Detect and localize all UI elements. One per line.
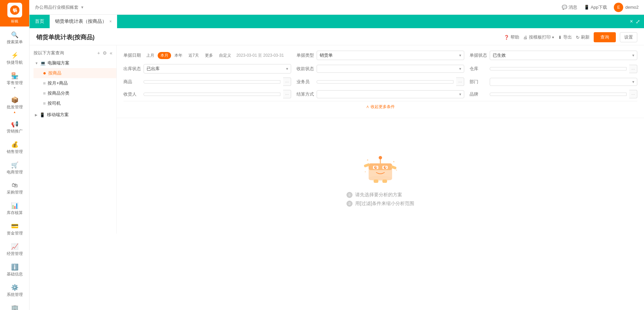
- doc-type-arrow: ▾: [459, 53, 461, 58]
- close-window-icon[interactable]: ×: [630, 18, 633, 24]
- sidebar-item-ecommerce[interactable]: 🛒 电商管理: [0, 158, 29, 178]
- goods-dots-btn[interactable]: ···: [283, 78, 291, 86]
- out-status-value: 已出库: [147, 66, 160, 72]
- sidebar-nav: 🔍 搜索菜单 ⚡ 快捷导航 🏪 零售管理 ▾ 📦 批发管理 ▴ 📢 营销推广 💰…: [0, 27, 29, 310]
- doc-type-label: 单据类型: [297, 52, 314, 58]
- header-right: 💬 消息 📱 App下载 E demo2: [562, 3, 639, 12]
- brand-label: 品牌: [470, 91, 487, 97]
- panel-header: 按以下方案查询 + ⚙ «: [30, 48, 116, 58]
- sidebar-item-quicknav-label: 快捷导航: [7, 60, 23, 65]
- message-label: 消息: [569, 4, 577, 10]
- app-download-button[interactable]: 📱 App下载: [584, 4, 607, 10]
- svg-point-10: [385, 166, 386, 168]
- add-scheme-icon[interactable]: +: [97, 50, 100, 56]
- mobile-arrow[interactable]: ▶: [35, 113, 38, 117]
- logo-area[interactable]: 畅 标账: [0, 0, 29, 27]
- svg-point-9: [375, 166, 377, 168]
- tab-active[interactable]: 销货单统计表（按商品） ×: [50, 15, 117, 28]
- date-curr-btn[interactable]: 本月: [158, 52, 171, 59]
- refresh-icon: ↻: [576, 35, 580, 40]
- goods-input[interactable]: [144, 80, 280, 84]
- collapse-bar[interactable]: ∧ 收起更多条件: [123, 101, 637, 112]
- date-7days-btn[interactable]: 近7天: [186, 52, 202, 59]
- date-year-btn[interactable]: 本年: [172, 52, 185, 59]
- doc-type-filter: 单据类型 销货单 ▾: [297, 51, 464, 60]
- date-custom-btn[interactable]: 自定义: [216, 52, 234, 59]
- refresh-button[interactable]: ↻ 刷新: [576, 34, 590, 40]
- scheme-item-goods-category[interactable]: ≡ 按商品分类: [34, 88, 116, 98]
- scheme-settings-icon[interactable]: ⚙: [103, 50, 107, 56]
- svg-point-20: [396, 170, 397, 171]
- recipient-dots-btn[interactable]: ···: [283, 90, 291, 98]
- receipt-status-arrow: ▾: [459, 66, 461, 71]
- settle-select[interactable]: ▾: [317, 90, 464, 98]
- date-prev-btn[interactable]: 上月: [144, 52, 157, 59]
- brand-filter: 品牌 ···: [470, 90, 637, 98]
- desktop-arrow[interactable]: ▼: [35, 61, 38, 65]
- sidebar-item-enterprise[interactable]: 🏢 企业协同: [0, 301, 29, 310]
- warehouse-dots-btn[interactable]: ···: [629, 65, 637, 73]
- out-status-filter: 出库状态 已出库 ▾: [123, 64, 291, 73]
- sidebar-item-ecommerce-label: 电商管理: [7, 169, 23, 175]
- empty-tips: ① 请先选择要分析的方案 ② 用[过滤]条件来缩小分析范围: [346, 192, 414, 207]
- tab-bar: 首页 销货单统计表（按商品） × × ⤢: [30, 15, 644, 28]
- sidebar-item-basic-label: 基础信息: [7, 271, 23, 277]
- sidebar-item-quicknav[interactable]: ⚡ 快捷导航: [0, 48, 29, 69]
- sidebar-item-retail[interactable]: 🏪 零售管理 ▾: [0, 69, 29, 93]
- svg-rect-14: [382, 179, 387, 183]
- out-status-select[interactable]: 已出库 ▾: [144, 64, 291, 73]
- help-button[interactable]: ❓ 帮助: [504, 34, 519, 40]
- doc-type-select[interactable]: 销货单 ▾: [317, 51, 464, 60]
- user-area[interactable]: E demo2: [614, 3, 639, 12]
- dept-filter: 部门 ▾: [470, 78, 637, 86]
- maximize-icon[interactable]: ⤢: [636, 18, 640, 25]
- scheme-item-month-goods[interactable]: ≡ 按月+商品: [34, 78, 116, 88]
- sidebar-item-finance[interactable]: 💳 资金管理: [0, 219, 29, 240]
- sidebar-item-basic[interactable]: ℹ️ 基础信息: [0, 260, 29, 280]
- collapse-panel-icon[interactable]: «: [110, 50, 112, 56]
- logo-text: 标账: [11, 19, 18, 24]
- logo-icon: 畅: [7, 3, 22, 17]
- date-more-btn[interactable]: 更多: [202, 52, 216, 59]
- receipt-status-filter: 收款状态 ▾: [297, 64, 464, 73]
- salesman-input[interactable]: [317, 80, 453, 84]
- export-button[interactable]: ⬇ 导出: [558, 34, 572, 40]
- scheme-item-goods[interactable]: ● 按商品: [34, 68, 116, 78]
- scheme-item-driver[interactable]: ≡ 按司机: [34, 98, 116, 108]
- tip-text-2: 用[过滤]条件来缩小分析范围: [355, 201, 414, 207]
- svg-point-18: [393, 161, 394, 162]
- system-icon: ⚙️: [11, 284, 18, 291]
- sidebar-item-operations[interactable]: 📈 经营管理: [0, 240, 29, 260]
- sidebar-item-system[interactable]: ⚙️ 系统管理: [0, 280, 29, 301]
- tab-close-icon[interactable]: ×: [109, 19, 112, 24]
- sidebar-item-inventory[interactable]: 📊 库存核算: [0, 199, 29, 219]
- sidebar-item-search[interactable]: 🔍 搜索菜单: [0, 28, 29, 48]
- doc-status-select[interactable]: 已生效 ▾: [490, 51, 637, 60]
- page-title: 销货单统计表(按商品): [36, 33, 95, 41]
- refresh-label: 刷新: [581, 34, 590, 40]
- tab-home[interactable]: 首页: [30, 15, 50, 28]
- basic-icon: ℹ️: [11, 263, 18, 271]
- settle-arrow: ▾: [459, 92, 461, 97]
- setting-button[interactable]: 设置: [620, 32, 637, 42]
- filter-row-3: 商品 ··· 业务员 ···: [123, 78, 637, 86]
- print-icon: 🖨: [523, 35, 528, 40]
- sidebar-item-sales[interactable]: 💰 销售管理: [0, 138, 29, 158]
- brand-input[interactable]: [490, 93, 627, 96]
- template-print-button[interactable]: 🖨 按模板打印 ▾: [523, 34, 554, 40]
- receipt-status-select[interactable]: ▾: [317, 65, 464, 73]
- dept-select[interactable]: ▾: [490, 78, 637, 86]
- brand-dots-btn[interactable]: ···: [629, 90, 637, 98]
- filter-area: 单据日期 上月 本月 本年 近7天 更多 自定义 2023-03-01 至 20…: [117, 45, 644, 118]
- sidebar-item-wholesale[interactable]: 📦 批发管理 ▴: [0, 93, 29, 117]
- retail-expand-icon: ▾: [14, 86, 15, 90]
- salesman-dots-btn[interactable]: ···: [456, 78, 464, 86]
- sidebar-item-purchase[interactable]: 🛍 采购管理: [0, 178, 29, 199]
- sidebar-item-marketing[interactable]: 📢 营销推广: [0, 117, 29, 138]
- query-button[interactable]: 查询: [594, 32, 616, 42]
- warehouse-input[interactable]: [490, 67, 627, 70]
- message-button[interactable]: 💬 消息: [562, 4, 577, 10]
- svg-text:畅: 畅: [12, 8, 17, 13]
- industry-dropdown-arrow[interactable]: ▾: [81, 5, 84, 10]
- recipient-input[interactable]: [144, 93, 280, 96]
